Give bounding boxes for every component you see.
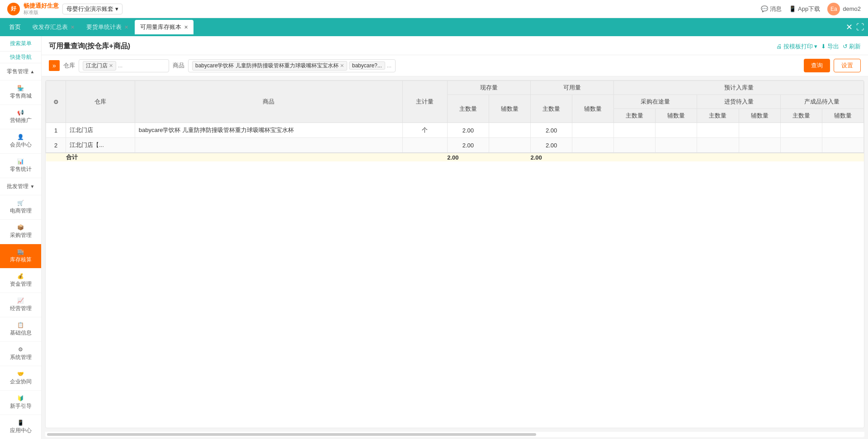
th-pur-transit-group: 采购在途量 [614,95,697,109]
th-available-group: 可用量 [530,81,613,95]
retail-mgmt-arrow: ▲ [30,69,35,74]
product-tag-1[interactable]: babycare学饮杯 儿童防摔防撞吸管杯重力球吸嘴杯宝宝水杯 ✕ [192,61,347,71]
sidebar-item-inventory[interactable]: 🏬 库存核算 [0,244,41,269]
cell-avail-main: 2.00 [530,138,572,153]
print-icon: 🖨 [776,43,782,50]
cell-inc-main [697,138,739,153]
query-btn[interactable]: 查询 [804,59,830,72]
content-area: 可用量查询(按仓库+商品) 🖨 按模板打印 ▾ ⬇ 导出 ↺ 刷新 » [42,36,868,439]
tab-order-summary[interactable]: 要货单统计表 ✕ [81,20,134,34]
sidebar-item-retail-mgmt[interactable]: 零售管理 ▲ [0,63,41,80]
tab-receive-summary[interactable]: 收发存汇总表 ✕ [27,20,80,34]
avatar: Ea [827,3,840,15]
tab-receive-label: 收发存汇总表 [33,23,68,31]
cell-avail-aux [572,138,614,153]
export-btn[interactable]: ⬇ 导出 [821,42,839,51]
table-header-row1: ⚙ 仓库 商品 主计量 现存量 可用量 预计入库量 [46,81,864,95]
retail-stats-icon: 📊 [17,158,24,165]
sidebar-item-retail-stats[interactable]: 📊 零售统计 [0,154,41,178]
sidebar-item-purchase-mgmt[interactable]: 📦 采购管理 [0,220,41,244]
cell-fin-aux [822,123,863,138]
warehouse-more[interactable]: ... [118,62,123,69]
sidebar-item-enterprise-coop[interactable]: 🤝 企业协同 [0,366,41,391]
th-finished-group: 产成品待入量 [780,95,863,109]
sidebar-item-marketing[interactable]: 📢 营销推广 [0,105,41,129]
app-download-btn[interactable]: 📱 App下载 [789,5,820,13]
sidebar-item-member-center[interactable]: 👤 会员中心 [0,129,41,154]
footer-avail-aux [572,153,614,161]
footer-inc-main [697,153,739,161]
tab-available-close[interactable]: ✕ [184,24,188,30]
cell-product: babycare学饮杯 儿童防摔防撞吸管杯重力球吸嘴杯宝宝水杯 [135,123,402,138]
product-tag1-remove[interactable]: ✕ [340,63,344,69]
th-product: 商品 [135,81,402,123]
table-footer-row: 合计 2.00 2.00 [46,153,864,161]
tab-receive-close[interactable]: ✕ [71,24,75,30]
sidebar-search[interactable]: 搜索菜单 [0,36,41,52]
warehouse-tag-box[interactable]: 江北门店 ✕ ... [79,59,169,72]
footer-stock-main: 2.00 [447,153,489,161]
tab-home[interactable]: 首页 [4,20,26,34]
main-layout: 搜索菜单 快捷导航 零售管理 ▲ 🏪 零售商城 📢 营销推广 👤 会员中心 📊 … [0,36,868,439]
warehouse-tag-remove[interactable]: ✕ [109,63,113,69]
logo-subtitle: 标准版 [24,9,59,15]
tab-bar-actions: ✕ ⛶ [846,22,864,32]
footer-label: 合计 [66,153,135,161]
top-bar-right: 💬 消息 📱 App下载 Ea demo2 [761,3,861,15]
message-btn[interactable]: 💬 消息 [761,5,782,13]
sidebar-item-retail-mall[interactable]: 🏪 零售商城 [0,80,41,105]
cell-stock-aux [489,123,530,138]
setting-btn[interactable]: 设置 [834,59,861,72]
sidebar-item-basic-info[interactable]: 📋 基础信息 [0,317,41,342]
sidebar: 搜索菜单 快捷导航 零售管理 ▲ 🏪 零售商城 📢 营销推广 👤 会员中心 📊 … [0,36,42,439]
cell-index: 1 [46,123,66,138]
cell-product [135,138,402,153]
cell-inc-aux [739,138,780,153]
table-row: 1 江北门店 babycare学饮杯 儿童防摔防撞吸管杯重力球吸嘴杯宝宝水杯 个… [46,123,864,138]
th-settings[interactable]: ⚙ [46,81,66,123]
member-center-icon: 👤 [17,134,24,140]
sidebar-item-app-center[interactable]: 📱 应用中心 [0,415,41,439]
sidebar-item-finance[interactable]: 💰 资金管理 [0,269,41,293]
th-incoming-group: 进货待入量 [697,95,780,109]
close-tab-icon[interactable]: ✕ [846,22,853,32]
phone-icon: 📱 [789,5,796,12]
page-header: 可用量查询(按仓库+商品) 🖨 按模板打印 ▾ ⬇ 导出 ↺ 刷新 [42,36,868,55]
footer-empty3 [403,153,448,161]
sidebar-item-sys-mgmt[interactable]: ⚙ 系统管理 [0,342,41,366]
sidebar-item-ecommerce[interactable]: 🛒 电商管理 [0,195,41,220]
product-more[interactable]: ... [387,62,392,69]
expand-tab-icon[interactable]: ⛶ [856,23,864,32]
industry-select[interactable]: 母婴行业演示账套 ▾ [62,4,123,14]
sidebar-item-ops-mgmt[interactable]: 📈 经营管理 [0,293,41,317]
export-icon: ⬇ [821,43,826,50]
th-stock-group: 现存量 [447,81,530,95]
th-incoming-aux: 辅数量 [739,109,780,123]
basic-info-icon: 📋 [17,322,24,328]
sidebar-item-new-guide[interactable]: 🔰 新手引导 [0,391,41,415]
cell-stock-main: 2.00 [447,138,489,153]
product-tag-box[interactable]: babycare学饮杯 儿童防摔防撞吸管杯重力球吸嘴杯宝宝水杯 ✕ babyca… [188,59,396,72]
industry-chevron: ▾ [115,5,118,12]
user-profile[interactable]: Ea demo2 [827,3,861,15]
warehouse-filter-label: 仓库 [63,61,75,70]
sidebar-item-wholesale-mgmt[interactable]: 批发管理 ▼ [0,178,41,195]
tab-order-close[interactable]: ✕ [124,24,128,30]
refresh-btn[interactable]: ↺ 刷新 [843,42,861,51]
cell-unit [403,138,448,153]
product-filter-label: 商品 [173,61,184,70]
retail-mgmt-label: 零售管理 [7,68,28,76]
sidebar-quick-nav[interactable]: 快捷导航 [0,52,41,63]
print-btn[interactable]: 🖨 按模板打印 ▾ [776,42,817,51]
cell-fin-main [780,138,822,153]
filter-bar: » 仓库 江北门店 ✕ ... 商品 babycare学饮杯 儿童防摔防撞吸管杯… [42,55,868,76]
product-tag-2[interactable]: babycare?... [349,61,385,70]
tab-available-stock[interactable]: 可用量库存账本 ✕ [135,20,193,34]
warehouse-tag[interactable]: 江北门店 ✕ [83,61,116,71]
guide-icon: 🔰 [17,395,24,401]
ecommerce-icon: 🛒 [17,200,24,206]
horizontal-scrollbar[interactable] [47,433,536,436]
home-tab-label: 首页 [9,23,21,31]
purchase-icon: 📦 [17,224,24,231]
expand-filter-btn[interactable]: » [49,60,60,71]
